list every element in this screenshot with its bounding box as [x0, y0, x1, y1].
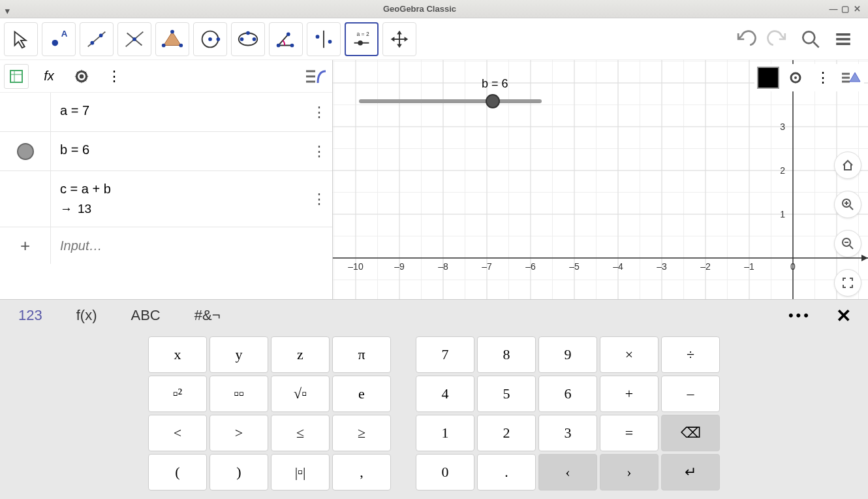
kb-tab-123[interactable]: 123 [10, 303, 50, 328]
color-picker[interactable] [757, 67, 779, 89]
tool-line[interactable] [80, 22, 114, 56]
slider-thumb[interactable] [486, 94, 500, 108]
key-5[interactable]: 5 [477, 376, 536, 412]
tool-angle[interactable] [269, 22, 303, 56]
key-enter[interactable]: ↵ [661, 454, 720, 491]
key-9[interactable]: 9 [538, 336, 597, 373]
key-pow[interactable]: ▫▫ [209, 376, 268, 412]
key-left[interactable]: ‹ [538, 454, 597, 491]
sort-icon[interactable] [303, 64, 328, 89]
tool-reflect[interactable] [307, 22, 341, 56]
redo-button[interactable] [765, 26, 791, 52]
graphics-style-icon[interactable] [839, 67, 861, 89]
key-eq[interactable]: = [600, 415, 659, 451]
settings-icon[interactable] [69, 64, 94, 89]
result-arrow-icon: → [60, 202, 72, 216]
algebra-row[interactable]: c = a + b →13 [0, 171, 332, 227]
key-7[interactable]: 7 [416, 336, 474, 373]
graphics-more-icon[interactable] [812, 67, 834, 89]
tool-circle[interactable] [193, 22, 227, 56]
key-0[interactable]: 0 [416, 454, 474, 491]
fx-icon[interactable]: fx [37, 64, 61, 89]
row-menu-icon[interactable] [306, 171, 332, 227]
visibility-marble[interactable] [17, 143, 34, 160]
tool-move[interactable] [4, 22, 38, 56]
svg-point-3 [91, 40, 95, 44]
maximize-button[interactable]: ▢ [839, 4, 851, 14]
close-window-button[interactable]: ✕ [851, 4, 863, 14]
key-x[interactable]: x [148, 336, 207, 373]
tool-perpendicular[interactable] [117, 22, 151, 56]
key-4[interactable]: 4 [416, 376, 474, 412]
kb-close-button[interactable]: ✕ [829, 305, 858, 327]
undo-button[interactable] [732, 26, 758, 52]
svg-point-10 [179, 43, 183, 47]
svg-point-4 [99, 33, 103, 37]
key-comma[interactable]: , [332, 454, 391, 491]
minimize-button[interactable]: — [828, 4, 839, 14]
key-plus[interactable]: + [600, 376, 659, 412]
fullscreen-button[interactable] [834, 269, 861, 297]
key-rp[interactable]: ) [209, 454, 268, 491]
tool-polygon[interactable] [155, 22, 189, 56]
algebra-more-icon[interactable] [102, 64, 127, 89]
kb-tab-abc[interactable]: ABC [123, 303, 168, 328]
key-1[interactable]: 1 [416, 415, 474, 451]
algebra-input[interactable] [51, 227, 332, 264]
key-ge[interactable]: ≥ [332, 415, 391, 451]
graphics-settings-icon[interactable] [784, 67, 807, 89]
svg-text:–2: –2 [700, 261, 711, 272]
key-div[interactable]: ÷ [661, 336, 720, 373]
key-dot[interactable]: . [477, 454, 536, 491]
tool-ellipse[interactable] [231, 22, 265, 56]
key-gt[interactable]: > [209, 415, 268, 451]
tool-move-view[interactable] [382, 22, 416, 56]
key-lt[interactable]: < [148, 415, 207, 451]
svg-text:–4: –4 [613, 261, 623, 272]
key-mul[interactable]: × [600, 336, 659, 373]
algebra-row[interactable]: a = 7 [0, 93, 332, 132]
key-e[interactable]: e [332, 376, 391, 412]
key-lp[interactable]: ( [148, 454, 207, 491]
algebra-input-row: + [0, 227, 332, 264]
key-sqrt[interactable]: √▫ [271, 376, 330, 412]
svg-point-27 [358, 40, 363, 45]
key-3[interactable]: 3 [538, 415, 597, 451]
key-y[interactable]: y [209, 336, 268, 373]
kb-tab-sym[interactable]: #&¬ [187, 303, 228, 328]
row-menu-icon[interactable] [306, 132, 332, 170]
key-bksp[interactable]: ⌫ [661, 415, 720, 451]
key-8[interactable]: 8 [477, 336, 536, 373]
grid: –10–9–8–7–6–5–4–3–2–10123 [333, 60, 868, 299]
home-button[interactable] [834, 152, 861, 179]
kb-more-icon[interactable]: ••• [788, 307, 811, 324]
algebra-row[interactable]: b = 6 [0, 132, 332, 171]
key-pi[interactable]: π [332, 336, 391, 373]
key-minus[interactable]: – [661, 376, 720, 412]
zoom-in-button[interactable] [834, 191, 861, 218]
key-abs[interactable]: |▫| [271, 454, 330, 491]
construction-protocol-icon[interactable] [4, 64, 29, 89]
add-input-icon[interactable]: + [0, 227, 51, 264]
key-sq[interactable]: ▫² [148, 376, 207, 412]
svg-point-17 [253, 37, 256, 41]
tool-slider[interactable]: a = 2 [345, 22, 379, 56]
graphics-view[interactable]: –10–9–8–7–6–5–4–3–2–10123 b = 6 [333, 60, 868, 299]
svg-text:a = 2: a = 2 [356, 31, 369, 37]
search-button[interactable] [798, 26, 824, 52]
menu-button[interactable] [830, 26, 856, 52]
svg-point-30 [803, 31, 814, 43]
key-2[interactable]: 2 [477, 415, 536, 451]
key-right[interactable]: › [600, 454, 659, 491]
app-menu-icon[interactable]: ▾ [5, 6, 12, 12]
key-z[interactable]: z [271, 336, 330, 373]
kb-tab-fx[interactable]: f(x) [69, 303, 105, 328]
key-le[interactable]: ≤ [271, 415, 330, 451]
key-6[interactable]: 6 [538, 376, 597, 412]
tool-point[interactable]: A [42, 22, 76, 56]
zoom-out-button[interactable] [834, 230, 861, 257]
row-menu-icon[interactable] [306, 93, 332, 131]
titlebar: ▾ GeoGebra Classic — ▢ ✕ [0, 0, 868, 18]
main-toolbar: A a = 2 [0, 18, 868, 60]
slider-track[interactable] [359, 99, 542, 103]
